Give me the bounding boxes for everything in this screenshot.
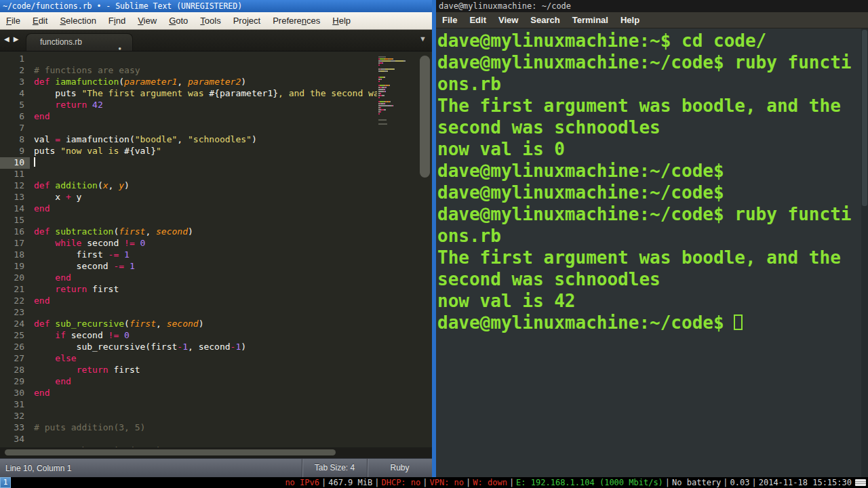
- code-line-text: [34, 157, 377, 169]
- menu-preferences[interactable]: Preferences: [267, 16, 326, 26]
- code-line[interactable]: 23: [0, 307, 377, 319]
- code-line[interactable]: 6end: [0, 111, 377, 123]
- workspace-indicator[interactable]: 1: [0, 477, 11, 488]
- editor-horizontal-scrollbar[interactable]: [0, 447, 432, 458]
- menu-view[interactable]: View: [132, 16, 163, 26]
- line-number: 21: [0, 284, 30, 296]
- code-line[interactable]: 20 end: [0, 272, 377, 284]
- editor-vertical-scrollbar[interactable]: [420, 56, 430, 178]
- code-line[interactable]: 22end: [0, 296, 377, 307]
- code-line[interactable]: 4 puts "The first argument was #{paramet…: [0, 88, 377, 100]
- code-line[interactable]: 30end: [0, 388, 377, 399]
- line-number: 16: [0, 226, 30, 238]
- terminal-row: now val is 42: [437, 290, 861, 312]
- minimap[interactable]: [378, 54, 406, 125]
- line-number: 3: [0, 77, 30, 88]
- syntax-indicator[interactable]: Ruby: [367, 459, 432, 477]
- code-line[interactable]: 31: [0, 399, 377, 411]
- code-line-text: # functions are easy: [34, 65, 377, 77]
- code-line[interactable]: 14end: [0, 203, 377, 215]
- code-line[interactable]: 15: [0, 215, 377, 226]
- tab-size-indicator[interactable]: Tab Size: 4: [302, 459, 367, 477]
- terminal-row: dave@mylinuxmachine:~/code$: [437, 312, 861, 333]
- terminal-menu-edit[interactable]: Edit: [463, 15, 492, 25]
- menu-find[interactable]: Find: [102, 16, 132, 26]
- terminal-row: The first argument was boodle, and the: [437, 247, 861, 268]
- line-number: 11: [0, 169, 30, 180]
- code-line-text: [34, 54, 377, 65]
- terminal-menu-terminal[interactable]: Terminal: [566, 15, 614, 25]
- terminal-scrollbar[interactable]: [861, 28, 868, 477]
- code-line-text: [34, 307, 377, 319]
- menu-help[interactable]: Help: [326, 16, 357, 26]
- terminal-row: dave@mylinuxmachine:~/code$: [437, 160, 861, 182]
- code-line[interactable]: 2# functions are easy: [0, 65, 377, 77]
- code-line-text: else: [34, 353, 377, 365]
- terminal-menu-view[interactable]: View: [492, 15, 524, 25]
- line-number: 32: [0, 411, 30, 422]
- terminal-titlebar[interactable]: dave@mylinuxmachine: ~/code: [436, 0, 868, 12]
- code-line[interactable]: 33# puts addition(3, 5): [0, 422, 377, 434]
- terminal-row: ons.rb: [437, 225, 861, 247]
- menu-selection[interactable]: Selection: [54, 16, 102, 26]
- tab-scroll-arrows[interactable]: ◀▶: [4, 35, 22, 43]
- menu-goto[interactable]: Goto: [163, 16, 194, 26]
- code-line[interactable]: 7: [0, 123, 377, 134]
- line-number: 14: [0, 203, 30, 215]
- line-number: 29: [0, 376, 30, 388]
- menu-file[interactable]: File: [0, 16, 26, 26]
- line-number: 23: [0, 307, 30, 319]
- code-line[interactable]: 10: [0, 157, 377, 169]
- line-number: 33: [0, 422, 30, 434]
- terminal-output[interactable]: dave@mylinuxmachine:~$ cd code/dave@myli…: [436, 28, 861, 477]
- code-line[interactable]: 17 while second != 0: [0, 238, 377, 249]
- sublime-statusbar: Line 10, Column 1 Tab Size: 4 Ruby: [0, 458, 432, 477]
- code-line[interactable]: 32: [0, 411, 377, 422]
- terminal-menu-file[interactable]: File: [436, 15, 463, 25]
- line-number: 7: [0, 123, 30, 134]
- menu-project[interactable]: Project: [227, 16, 267, 26]
- code-line[interactable]: 12def addition(x, y): [0, 180, 377, 192]
- menu-edit[interactable]: Edit: [26, 16, 54, 26]
- line-number: 5: [0, 100, 30, 111]
- code-line[interactable]: 24def sub_recursive(first, second): [0, 319, 377, 330]
- terminal-scroll-thumb[interactable]: [862, 30, 867, 206]
- code-line-text: puts "The first argument was #{parameter…: [34, 88, 377, 100]
- line-number: 20: [0, 272, 30, 284]
- code-line[interactable]: 27 else: [0, 353, 377, 365]
- tab-functions-rb[interactable]: functions.rb ●: [26, 33, 133, 51]
- code-line[interactable]: 1: [0, 54, 377, 65]
- code-line[interactable]: 11: [0, 169, 377, 180]
- terminal-row: now val is 0: [437, 138, 861, 160]
- line-number: 6: [0, 111, 30, 123]
- terminal-menu-search[interactable]: Search: [524, 15, 566, 25]
- code-line-text: return 42: [34, 100, 377, 111]
- code-line[interactable]: 5 return 42: [0, 100, 377, 111]
- code-line[interactable]: 34: [0, 434, 377, 445]
- code-editor[interactable]: 12# functions are easy3def iamafunction(…: [0, 52, 432, 447]
- code-line[interactable]: 9puts "now val is #{val}": [0, 146, 377, 157]
- code-line-text: [34, 215, 377, 226]
- sublime-titlebar[interactable]: ~/code/functions.rb • - Sublime Text (UN…: [0, 0, 432, 12]
- code-line[interactable]: 26 sub_recursive(first-1, second-1): [0, 342, 377, 353]
- tab-prev-icon[interactable]: ◀: [4, 35, 14, 43]
- tab-next-icon[interactable]: ▶: [14, 35, 23, 43]
- terminal-menu-help[interactable]: Help: [614, 15, 646, 25]
- code-line[interactable]: 21 return first: [0, 284, 377, 296]
- status-segment: DHCP: no: [381, 478, 420, 487]
- code-line[interactable]: 29 end: [0, 376, 377, 388]
- tab-label: functions.rb: [40, 37, 82, 47]
- code-line[interactable]: 16def subtraction(first, second): [0, 226, 377, 238]
- line-number: 19: [0, 261, 30, 272]
- tab-list-icon[interactable]: ▼: [419, 35, 427, 43]
- code-line[interactable]: 3def iamafunction(parameter1, parameter2…: [0, 77, 377, 88]
- code-line[interactable]: 18 first -= 1: [0, 249, 377, 261]
- terminal-row: dave@mylinuxmachine:~$ cd code/: [437, 30, 861, 52]
- hscroll-thumb[interactable]: [5, 449, 336, 455]
- code-line[interactable]: 25 if second != 0: [0, 330, 377, 342]
- code-line[interactable]: 28 return first: [0, 365, 377, 376]
- menu-tools[interactable]: Tools: [194, 16, 226, 26]
- code-line[interactable]: 19 second -= 1: [0, 261, 377, 272]
- code-line[interactable]: 13 x + y: [0, 192, 377, 203]
- code-line[interactable]: 8val = iamafunction("boodle", "schnoodle…: [0, 134, 377, 146]
